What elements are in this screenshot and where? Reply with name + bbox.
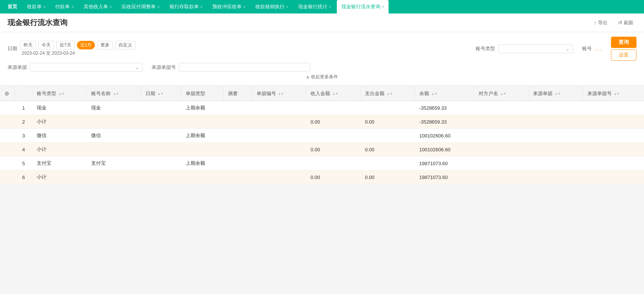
close-tab-other-income[interactable]: × bbox=[110, 4, 112, 9]
col-balance[interactable]: 余额 ▲▼ bbox=[415, 87, 474, 101]
cell-date bbox=[141, 101, 181, 115]
nav-tab-other-income[interactable]: 其他收入单× bbox=[79, 0, 116, 13]
close-tab-receivable-adjust[interactable]: × bbox=[157, 4, 159, 9]
date-btn-1month[interactable]: 近1月 bbox=[77, 41, 95, 49]
cell-doc-no bbox=[252, 157, 306, 170]
col-source-doc-sort: ▲▼ bbox=[555, 93, 561, 96]
col-account-type-sort: ▲▼ bbox=[59, 93, 65, 96]
cell-account-name bbox=[87, 115, 141, 129]
date-label: 日期 bbox=[8, 45, 17, 52]
account-label: 账号 bbox=[582, 45, 592, 52]
col-num bbox=[15, 87, 32, 101]
cell-balance: 100102606.60 bbox=[415, 129, 474, 143]
cell-expense bbox=[360, 129, 415, 143]
cell-source-no bbox=[583, 143, 644, 157]
col-account-type[interactable]: 账号类型 ▲▼ bbox=[32, 87, 87, 101]
refresh-button[interactable]: ↺ 刷新 bbox=[615, 18, 636, 28]
col-doc-no[interactable]: 单据编号 ▲▼ bbox=[252, 87, 306, 101]
cell-account-type: 微信 bbox=[32, 129, 87, 143]
col-source-no[interactable]: 来源单据号 ▲▼ bbox=[583, 87, 644, 101]
col-account-name[interactable]: 账号名称 ▲▼ bbox=[87, 87, 141, 101]
table-row: 6小计0.000.0019871073.60 bbox=[0, 170, 644, 184]
col-doc-type-label: 单据类型 bbox=[186, 91, 205, 96]
cell-date bbox=[141, 115, 181, 129]
cell-num: 1 bbox=[15, 101, 32, 115]
col-source-doc-label: 来源单据 bbox=[533, 91, 552, 96]
close-tab-bank-flow[interactable]: × bbox=[382, 4, 384, 9]
account-dots[interactable]: ... bbox=[595, 45, 602, 52]
nav-tab-home[interactable]: 首页 bbox=[3, 0, 22, 13]
cell-expense: 0.00 bbox=[360, 115, 415, 129]
table-settings-icon[interactable]: ⚙ bbox=[5, 91, 9, 97]
nav-tab-receivable-adjust[interactable]: 应收应付调整单× bbox=[117, 0, 164, 13]
source-num-input[interactable] bbox=[179, 63, 310, 72]
nav-tab-receipt[interactable]: 收款单× bbox=[23, 0, 50, 13]
table-row: 3微信微信上期余额100102606.60 bbox=[0, 129, 644, 143]
col-date-label: 日期 bbox=[146, 91, 155, 96]
source-doc-label: 来源单据 bbox=[8, 64, 27, 71]
page-title: 现金银行流水查询 bbox=[8, 18, 68, 28]
table-body: 1现金现金上期余额-3528659.332小计0.000.00-3528659.… bbox=[0, 101, 644, 184]
col-expense[interactable]: 支出金额 ▲▼ bbox=[360, 87, 415, 101]
cell-doc-no bbox=[252, 101, 306, 115]
source-doc-filter: 来源单据 ⌄ bbox=[8, 63, 143, 72]
col-counterparty[interactable]: 对方户名 ▲▼ bbox=[474, 87, 528, 101]
cell-num: 2 bbox=[15, 115, 32, 129]
account-number-filter: 账号 ... bbox=[582, 45, 602, 52]
collapse-bar[interactable]: ∧ 收起更多条件 bbox=[8, 72, 636, 81]
cell-source-no bbox=[583, 157, 644, 170]
source-doc-select[interactable]: ⌄ bbox=[30, 63, 143, 72]
col-summary-label: 摘要 bbox=[228, 91, 238, 96]
nav-tab-payment[interactable]: 付款单× bbox=[51, 0, 78, 13]
filter-area: 日期 昨天 今天 近7天 近1月 更多 自定义 2023-02-24 至 202… bbox=[0, 32, 644, 86]
col-date[interactable]: 日期 ▲▼ bbox=[141, 87, 181, 101]
date-btn-custom[interactable]: 自定义 bbox=[115, 41, 135, 49]
close-tab-bank-stats[interactable]: × bbox=[329, 4, 331, 9]
date-filter-group: 日期 昨天 今天 近7天 近1月 更多 自定义 2023-02-24 至 202… bbox=[8, 41, 135, 57]
nav-tab-verify-receipt[interactable]: 收款核销执行× bbox=[251, 0, 293, 13]
date-btn-today[interactable]: 今天 bbox=[38, 41, 54, 49]
close-tab-pre-receive[interactable]: × bbox=[243, 4, 245, 9]
cell-balance: -3528659.33 bbox=[415, 115, 474, 129]
cell-doc-type bbox=[181, 143, 224, 157]
close-tab-payment[interactable]: × bbox=[71, 4, 74, 9]
nav-tab-bank-stats[interactable]: 现金银行统计× bbox=[294, 0, 336, 13]
col-account-name-label: 账号名称 bbox=[91, 91, 111, 96]
query-button[interactable]: 查询 bbox=[611, 37, 636, 48]
cell-date bbox=[141, 170, 181, 184]
cell-counterparty bbox=[474, 157, 528, 170]
col-doc-no-label: 单据编号 bbox=[257, 91, 276, 96]
account-type-filter: 账号类型 ⌄ bbox=[476, 45, 573, 53]
close-tab-receipt[interactable]: × bbox=[43, 4, 45, 9]
date-group: 昨天 今天 近7天 近1月 更多 自定义 2023-02-24 至 2023-0… bbox=[20, 41, 135, 57]
export-button[interactable]: ↑ 导出 bbox=[591, 18, 611, 28]
cell-account-name: 现金 bbox=[87, 101, 141, 115]
page-header: 现金银行流水查询 ↑ 导出 ↺ 刷新 bbox=[0, 13, 644, 32]
account-type-select[interactable]: ⌄ bbox=[498, 45, 573, 53]
cell-balance: 19871073.60 bbox=[415, 157, 474, 170]
cell-settings bbox=[0, 157, 15, 170]
setting-button[interactable]: 设置 bbox=[611, 49, 636, 61]
date-btn-7days[interactable]: 近7天 bbox=[56, 41, 75, 49]
close-tab-verify-receipt[interactable]: × bbox=[286, 4, 288, 9]
nav-tab-bank-deposit[interactable]: 银行存取款单× bbox=[165, 0, 207, 13]
col-settings: ⚙ bbox=[0, 87, 15, 101]
cell-source-doc bbox=[528, 157, 583, 170]
close-tab-bank-deposit[interactable]: × bbox=[200, 4, 203, 9]
col-source-doc[interactable]: 来源单据 ▲▼ bbox=[528, 87, 583, 101]
col-income[interactable]: 收入金额 ▲▼ bbox=[306, 87, 360, 101]
cell-account-type: 小计 bbox=[32, 143, 87, 157]
date-btn-yesterday[interactable]: 昨天 bbox=[20, 41, 36, 49]
cell-source-no bbox=[583, 115, 644, 129]
cell-summary bbox=[224, 143, 252, 157]
cell-source-no bbox=[583, 101, 644, 115]
cell-account-name: 支付宝 bbox=[87, 157, 141, 170]
nav-tab-pre-receive[interactable]: 预收冲应收单× bbox=[208, 0, 250, 13]
col-counterparty-label: 对方户名 bbox=[479, 91, 498, 96]
col-income-sort: ▲▼ bbox=[332, 93, 338, 96]
cell-balance: 100102606.60 bbox=[415, 143, 474, 157]
table-row: 4小计0.000.00100102606.60 bbox=[0, 143, 644, 157]
main-content: ⚙ 账号类型 ▲▼ 账号名称 ▲▼ 日期 ▲▼ 单据类型 bbox=[0, 87, 644, 184]
date-btn-more[interactable]: 更多 bbox=[97, 41, 113, 49]
nav-tab-bank-flow[interactable]: 现金银行流水查询× bbox=[337, 0, 389, 13]
